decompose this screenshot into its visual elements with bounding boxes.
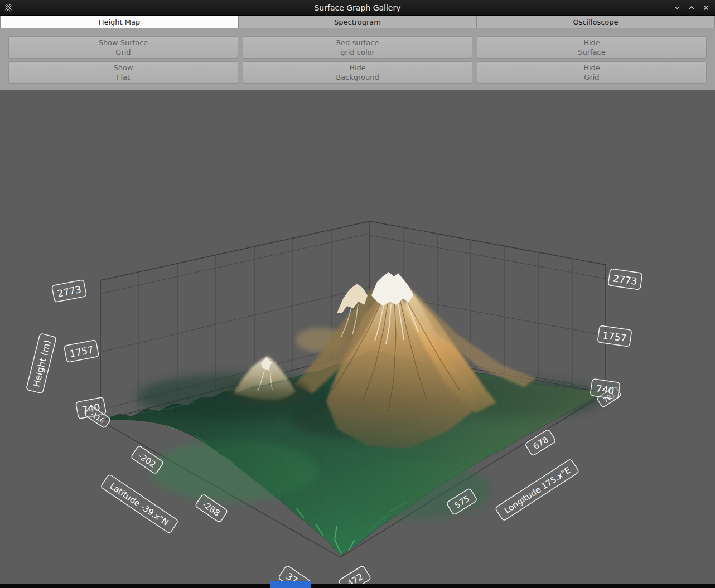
button-label-line: Show Surface [9, 38, 238, 47]
button-red-surface-grid-color[interactable]: Red surface grid color [243, 36, 472, 59]
button-label-line: Hide [477, 38, 706, 47]
titlebar[interactable]: Surface Graph Gallery [0, 0, 715, 16]
button-label-line: Grid [9, 47, 238, 57]
chevron-up-icon [688, 4, 695, 11]
tab-oscilloscope[interactable]: Oscilloscope [477, 16, 715, 28]
close-icon [703, 4, 709, 11]
button-label-line: Grid [477, 72, 706, 82]
button-label-line: Background [243, 72, 472, 82]
button-hide-surface[interactable]: Hide Surface [477, 36, 707, 59]
button-show-flat[interactable]: Show Flat [8, 61, 238, 84]
window-root: { "window": { "title": "Surface Graph Ga… [0, 0, 715, 588]
window-title: Surface Graph Gallery [0, 0, 715, 16]
axis-label: 740 [590, 379, 620, 400]
button-label-line: grid color [243, 47, 472, 57]
button-label-line: Show [9, 63, 238, 72]
taskbar-item[interactable] [270, 581, 311, 588]
button-hide-background[interactable]: Hide Background [243, 61, 472, 84]
button-label-line: Surface [477, 47, 706, 57]
toolbar: Show Surface Grid Red surface grid color… [0, 28, 715, 90]
button-label-line: Hide [477, 63, 706, 72]
button-show-surface-grid[interactable]: Show Surface Grid [8, 36, 238, 59]
surface-plot[interactable]: 27731757740Height (m)-116-202-288Latitud… [0, 90, 715, 584]
close-button[interactable] [700, 2, 712, 13]
button-label-line: Flat [9, 72, 238, 82]
tab-height-map[interactable]: Height Map [0, 16, 239, 28]
chevron-down-icon [674, 4, 680, 11]
bottom-bar [0, 584, 715, 588]
button-label-line: Hide [243, 63, 472, 72]
button-label-line: Red surface [243, 38, 472, 47]
tab-bar: Height Map Spectrogram Oscilloscope [0, 16, 715, 28]
shade-button[interactable] [671, 2, 683, 13]
tab-spectrogram[interactable]: Spectrogram [239, 16, 477, 28]
button-hide-grid[interactable]: Hide Grid [477, 61, 707, 84]
maximize-button[interactable] [686, 2, 697, 13]
